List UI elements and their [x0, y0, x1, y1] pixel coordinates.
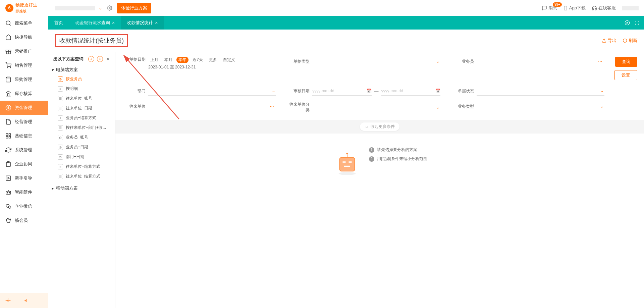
nav-item-10[interactable]: 企业协同	[0, 157, 48, 171]
tab-close-icon[interactable]: ×	[155, 20, 158, 25]
tab-close-all-icon[interactable]	[625, 20, 630, 25]
action-column: 查询 设置	[614, 57, 637, 80]
audit-date-to[interactable]: yyyy-mm-dd📅	[381, 86, 440, 96]
select-biz-type[interactable]: ⌄	[477, 102, 604, 111]
scheme-item-0-10[interactable]: ☰往来单位+结算方式	[52, 171, 112, 181]
nav-item-4[interactable]: 采购管理	[0, 72, 48, 87]
empty-step-2: 2 用[过滤]条件来缩小分析范围	[369, 156, 428, 162]
nav-item-8[interactable]: 基础信息	[0, 129, 48, 143]
nav-item-3[interactable]: 销售管理	[0, 58, 48, 72]
logo-sub: 标准版	[15, 9, 37, 14]
query-button[interactable]: 查询	[615, 57, 637, 67]
nav-item-0[interactable]: 搜索菜单	[0, 16, 48, 30]
audit-date-from[interactable]: yyyy-mm-dd📅	[312, 86, 371, 96]
collapse-conditions-button[interactable]: 收起更多条件	[360, 122, 399, 131]
nav-item-2[interactable]: 营销推广	[0, 44, 48, 58]
scheme-item-0-8[interactable]: ◔部门+日期	[52, 152, 112, 162]
scheme-group-0[interactable]: ▾电脑端方案	[52, 65, 112, 74]
list-icon: ☰	[58, 174, 63, 179]
scheme-item-0-9[interactable]: ≡往来单位+结算方式	[52, 162, 112, 171]
export-button[interactable]: 导出	[602, 38, 616, 44]
scheme-item-0-2[interactable]: ☰往来单位+账号	[52, 94, 112, 103]
nav-item-12[interactable]: 智能硬件	[0, 185, 48, 199]
nav-item-1[interactable]: 快捷导航	[0, 30, 48, 44]
select-partner[interactable]: ⋯	[148, 102, 276, 111]
scheme-group-1[interactable]: ▸移动端方案	[52, 184, 112, 193]
app-download-link[interactable]: App下载	[563, 5, 586, 11]
nav-label: 采购管理	[15, 76, 32, 83]
scheme-item-label: 往来单位+结算方式	[66, 173, 100, 179]
select-partner-cat[interactable]: ⌄	[312, 103, 440, 112]
scheme-item-0-3[interactable]: ☰往来单位+日期	[52, 103, 112, 113]
scheme-item-0-6[interactable]: ◐业务员+账号	[52, 133, 112, 142]
scheme-item-label: 按明细	[66, 86, 78, 92]
nav-item-6[interactable]: 资金管理	[0, 101, 48, 115]
export-label: 导出	[608, 38, 616, 44]
refresh-button[interactable]: 刷新	[623, 38, 637, 44]
scheme-group-label: 电脑端方案	[56, 67, 78, 73]
ellipsis-icon[interactable]: ⋯	[597, 59, 604, 64]
bottom-sound-icon[interactable]	[24, 298, 30, 303]
user-avatar[interactable]	[622, 6, 639, 10]
select-department[interactable]: ⌄	[148, 86, 276, 96]
svg-point-0	[109, 7, 110, 9]
experience-button[interactable]: 体验行业方案	[117, 3, 151, 13]
page-title-highlight: 收款情况统计(按业务员)	[55, 34, 128, 47]
field-doc-status: 单据状态 ⌄	[450, 86, 604, 96]
settings-icon[interactable]	[107, 5, 112, 11]
svg-point-19	[7, 192, 8, 193]
date-chip-更多[interactable]: 更多	[207, 57, 219, 63]
home-icon	[5, 34, 11, 40]
stat-icon: ≡	[58, 164, 63, 169]
chevron-down-icon: ⌄	[99, 5, 102, 10]
pie-icon: ◐	[58, 135, 63, 140]
field-doc-type: 单据类型 ⌄	[286, 57, 440, 66]
svg-rect-32	[342, 161, 345, 163]
company-selector[interactable]: ⌄	[55, 5, 102, 10]
tab-1[interactable]: 现金银行流水查询×	[69, 16, 121, 30]
scheme-item-0-7[interactable]: ◔业务员+日期	[52, 142, 112, 152]
settings-button[interactable]: 设置	[614, 70, 637, 80]
online-service-link[interactable]: 在线客服	[592, 5, 616, 11]
svg-rect-14	[6, 137, 8, 138]
date-chip-本年[interactable]: 本年	[176, 57, 189, 63]
nav-item-13[interactable]: 企业微信	[0, 199, 48, 213]
select-doc-status[interactable]: ⌄	[477, 86, 604, 96]
svg-marker-24	[24, 299, 26, 302]
ellipsis-icon[interactable]: ⋯	[268, 104, 275, 109]
date-chip-近7天[interactable]: 近7天	[191, 57, 205, 63]
label-department: 部门	[122, 88, 146, 94]
robot-icon	[5, 189, 11, 195]
svg-rect-33	[348, 161, 352, 163]
messages-badge: 99+	[553, 2, 562, 7]
filter-grid: 单据日期 上月本月本年近7天更多自定义 2023-01-01 至 2023-12…	[122, 57, 637, 113]
tab-close-icon[interactable]: ×	[112, 20, 115, 25]
scheme-settings-icon[interactable]	[97, 56, 103, 62]
nav-item-9[interactable]: 系统管理	[0, 143, 48, 157]
scheme-item-0-0[interactable]: ◔按业务员	[52, 74, 112, 84]
bottom-gear-icon[interactable]	[5, 298, 11, 303]
tab-expand-icon[interactable]	[635, 20, 639, 25]
tab-0[interactable]: 首页	[48, 16, 69, 30]
date-chip-本月[interactable]: 本月	[162, 57, 174, 63]
label-audit-date: 审核日期	[286, 88, 310, 94]
nav-item-11[interactable]: 新手引导	[0, 171, 48, 185]
messages-link[interactable]: 消息 99+	[542, 5, 557, 11]
select-doc-type[interactable]: ⌄	[312, 57, 440, 66]
date-chip-自定义[interactable]: 自定义	[221, 57, 237, 63]
search-icon	[5, 20, 11, 26]
date-chip-上月[interactable]: 上月	[148, 57, 160, 63]
nav-item-5[interactable]: 库存核算	[0, 87, 48, 101]
scheme-item-0-1[interactable]: ≡按明细	[52, 84, 112, 94]
wechat-icon	[5, 203, 11, 209]
nav-item-14[interactable]: 畅会员	[0, 213, 48, 227]
svg-rect-15	[7, 162, 9, 163]
scheme-collapse-icon[interactable]	[106, 57, 110, 61]
scheme-item-0-5[interactable]: ☰按往来单位+部门+收...	[52, 123, 112, 133]
tab-2[interactable]: 收款情况统计×	[121, 16, 164, 30]
nav-item-7[interactable]: 经营管理	[0, 115, 48, 129]
refresh-label: 刷新	[629, 38, 637, 44]
scheme-item-0-4[interactable]: ⫾业务员+结算方式	[52, 113, 112, 123]
scheme-add-icon[interactable]: +	[88, 56, 94, 62]
select-salesperson[interactable]: ⋯	[477, 57, 604, 66]
